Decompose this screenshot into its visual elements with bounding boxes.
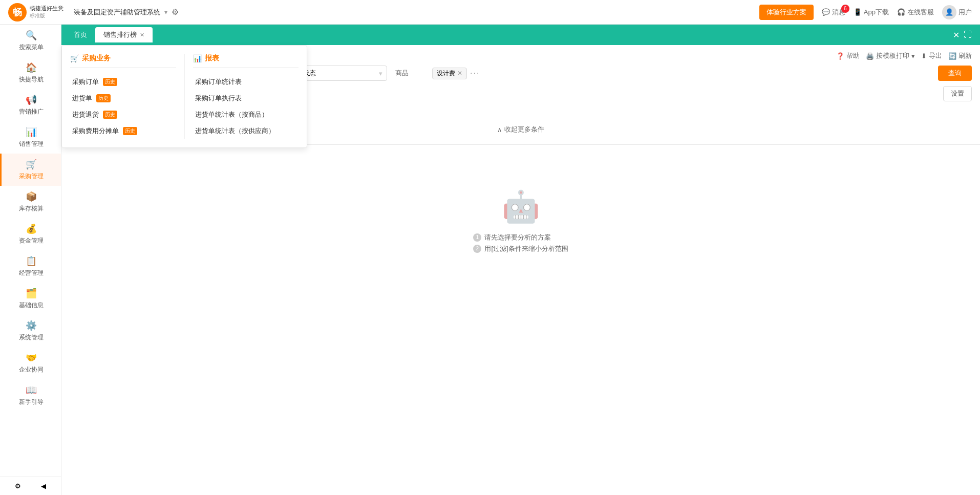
history-tag-2: 历史	[96, 94, 111, 102]
dropdown-divider	[184, 54, 185, 139]
logo-icon: 畅	[8, 3, 27, 21]
expense-label: 采购费用分摊单	[72, 126, 119, 136]
help-button[interactable]: ❓ 帮助	[836, 51, 860, 60]
print-chevron[interactable]: ▾	[911, 52, 915, 60]
message-button[interactable]: 💬 消息 6	[822, 8, 845, 17]
dropdown-item-purchase-order[interactable]: 采购订单 历史	[70, 74, 176, 90]
report-section-icon: 📊	[193, 54, 202, 62]
sidebar-item-purchase[interactable]: 🛒 采购管理	[0, 154, 61, 186]
inventory-icon: 📦	[26, 191, 37, 202]
user-menu[interactable]: 👤 用户	[942, 5, 972, 19]
query-button[interactable]: 查询	[938, 66, 972, 81]
online-service-button[interactable]: 🎧 在线客服	[897, 8, 934, 17]
system-settings-icon[interactable]: ⚙	[172, 7, 179, 17]
sidebar-collapse-icon[interactable]: ◀	[41, 482, 46, 490]
empty-tip-2: 2 用[过滤]条件来缩小分析范围	[473, 244, 568, 253]
refresh-button[interactable]: 🔄 刷新	[948, 51, 972, 60]
topbar-actions: 体验行业方案 💬 消息 6 📱 App下载 🎧 在线客服 👤 用户	[759, 5, 972, 20]
sidebar-item-sales[interactable]: 📊 销售管理	[0, 121, 61, 154]
empty-illustration: 🤖	[502, 188, 540, 225]
dropdown-item-order-stats[interactable]: 采购订单统计表	[193, 74, 299, 90]
tab-close-window-icon[interactable]: ✕	[953, 30, 960, 40]
goods-tag-close[interactable]: ✕	[457, 70, 462, 77]
print-label: 按模板打印	[876, 51, 909, 60]
sidebar-label-sales: 销售管理	[19, 140, 44, 148]
status-chevron: ▾	[379, 70, 382, 77]
goods-more-btn[interactable]: ···	[470, 69, 480, 78]
inbound-by-supplier-label: 进货单统计表（按供应商）	[195, 126, 275, 136]
sidebar-item-base-info[interactable]: 🗂️ 基础信息	[0, 283, 61, 315]
export-button[interactable]: ⬇ 导出	[921, 51, 942, 60]
industry-button[interactable]: 体验行业方案	[759, 5, 814, 20]
purchase-section-label: 采购业务	[82, 54, 111, 63]
sidebar-item-marketing[interactable]: 📢 营销推广	[0, 89, 61, 121]
sidebar-item-guide[interactable]: 📖 新手引导	[0, 379, 61, 412]
dropdown-item-expense[interactable]: 采购费用分摊单 历史	[70, 123, 176, 139]
refresh-icon: 🔄	[948, 52, 956, 60]
goods-filter-area: 设计费 ✕ ···	[432, 68, 480, 79]
app-download-button[interactable]: 📱 App下载	[854, 8, 889, 17]
message-badge: 6	[841, 5, 849, 13]
setting-button[interactable]: 设置	[943, 86, 972, 101]
home-icon: 🏠	[26, 62, 37, 73]
headset-icon: 🎧	[897, 8, 905, 16]
empty-state: 🤖 1 请先选择要分析的方案 2 用[过滤]条件来缩小分析范围	[61, 145, 980, 298]
sidebar-item-finance[interactable]: 💰 资金管理	[0, 218, 61, 250]
tab-home[interactable]: 首页	[66, 27, 95, 42]
sidebar-item-system[interactable]: ⚙️ 系统管理	[0, 315, 61, 347]
tab-sales-rank[interactable]: 销售排行榜 ✕	[95, 27, 153, 42]
export-icon: ⬇	[921, 52, 927, 60]
sidebar-label-guide: 新手引导	[19, 398, 44, 406]
purchase-icon: 🛒	[26, 159, 37, 170]
app-download-label: App下载	[864, 8, 889, 17]
tabbar: 首页 销售排行榜 ✕ ✕ ⛶	[61, 25, 980, 45]
sidebar-item-enterprise[interactable]: 🤝 企业协同	[0, 347, 61, 379]
dropdown-item-inbound[interactable]: 进货单 历史	[70, 90, 176, 106]
print-icon: 🖨️	[866, 52, 874, 60]
goods-filter-label: 商品	[395, 69, 424, 78]
sidebar-label-system: 系统管理	[19, 333, 44, 342]
help-label: 帮助	[846, 51, 860, 60]
enterprise-icon: 🤝	[26, 352, 37, 363]
tip-num-1: 1	[473, 233, 481, 242]
marketing-icon: 📢	[26, 94, 37, 105]
dropdown-item-order-exec[interactable]: 采购订单执行表	[193, 90, 299, 106]
order-exec-label: 采购订单执行表	[195, 94, 242, 103]
tab-controls: ✕ ⛶	[949, 30, 976, 40]
sidebar-label-inventory: 库存核算	[19, 204, 44, 213]
system-icon: ⚙️	[26, 320, 37, 331]
sidebar-item-quick-nav[interactable]: 🏠 快捷导航	[0, 57, 61, 89]
refresh-label: 刷新	[958, 51, 972, 60]
sidebar-settings-icon[interactable]: ⚙	[15, 482, 21, 490]
purchase-section: 🛒 采购业务 采购订单 历史 进货单 历史 进货退货 历史 采购费用分摊单 历史	[70, 54, 176, 139]
print-button[interactable]: 🖨️ 按模板打印 ▾	[866, 51, 915, 60]
dropdown-item-inbound-by-supplier[interactable]: 进货单统计表（按供应商）	[193, 123, 299, 139]
sidebar-label-purchase: 采购管理	[19, 172, 44, 181]
empty-tip-1: 1 请先选择要分析的方案	[473, 233, 568, 242]
sidebar-bottom: ⚙ ◀	[0, 477, 61, 495]
inbound-by-goods-label: 进货单统计表（按商品）	[195, 110, 268, 119]
history-tag-1: 历史	[103, 78, 117, 86]
tab-sales-rank-label: 销售排行榜	[103, 30, 137, 39]
sales-icon: 📊	[26, 126, 37, 138]
dropdown-item-inbound-by-goods[interactable]: 进货单统计表（按商品）	[193, 106, 299, 123]
online-service-label: 在线客服	[907, 8, 934, 17]
tab-close-icon[interactable]: ✕	[140, 32, 144, 38]
dropdown-item-return[interactable]: 进货退货 历史	[70, 106, 176, 123]
avatar: 👤	[942, 5, 956, 19]
tab-maximize-icon[interactable]: ⛶	[964, 30, 972, 39]
goods-tag: 设计费 ✕	[432, 68, 467, 79]
logo-text-block: 畅捷通好生意 标准版	[30, 5, 63, 19]
sidebar-item-inventory[interactable]: 📦 库存核算	[0, 186, 61, 218]
empty-tips: 1 请先选择要分析的方案 2 用[过滤]条件来缩小分析范围	[473, 231, 568, 255]
sidebar-item-operations[interactable]: 📋 经营管理	[0, 250, 61, 283]
logo-text-line1: 畅捷通好生意	[30, 5, 63, 12]
toolbar-right: ❓ 帮助 🖨️ 按模板打印 ▾ ⬇ 导出 🔄 刷新	[836, 51, 972, 60]
collapse-label: 收起更多条件	[504, 125, 544, 134]
help-icon: ❓	[836, 52, 844, 60]
message-icon: 💬	[822, 8, 830, 16]
report-section-title: 📊 报表	[193, 54, 299, 68]
sidebar-item-search[interactable]: 🔍 搜索菜单	[0, 25, 61, 57]
system-dropdown-chevron[interactable]: ▾	[164, 9, 167, 16]
tip-text-1: 请先选择要分析的方案	[484, 233, 551, 242]
